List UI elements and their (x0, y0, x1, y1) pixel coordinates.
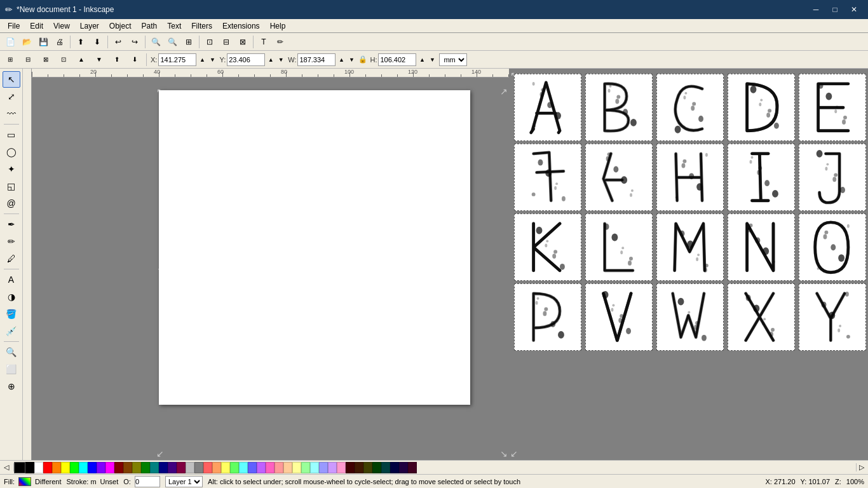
select-all-button[interactable]: ⊞ (3, 53, 18, 67)
node-button[interactable]: ⊡ (202, 35, 217, 49)
unit-select[interactable]: mm px cm (439, 53, 467, 66)
color-swatch-41[interactable] (390, 462, 399, 473)
connector-tool-button[interactable]: ⊕ (3, 378, 20, 395)
color-swatch-17[interactable] (177, 462, 186, 473)
bucket-tool-button[interactable]: 🪣 (3, 306, 20, 322)
sprite-panel[interactable]: ↖ ↙ ↕ (509, 69, 868, 460)
color-swatch-30[interactable] (292, 462, 301, 473)
color-swatch-25[interactable] (248, 462, 257, 473)
raise-button[interactable]: ▲ (74, 53, 89, 67)
sprite-cell-18[interactable] (728, 283, 795, 351)
open-button[interactable]: 📂 (19, 35, 34, 49)
color-swatch-black[interactable] (14, 462, 25, 473)
menu-object[interactable]: Object (104, 20, 137, 32)
zoom-fit-button[interactable]: ⊞ (181, 35, 196, 49)
sprite-cell-3[interactable] (728, 74, 795, 141)
undo-button[interactable]: ↩ (111, 35, 126, 49)
deselect-button[interactable]: ⊟ (20, 53, 36, 67)
ellipse-tool-button[interactable]: ◯ (3, 144, 20, 160)
color-swatch-20[interactable] (203, 462, 212, 473)
sprite-cell-9[interactable] (799, 144, 866, 211)
sprite-cell-16[interactable] (585, 283, 653, 351)
color-swatch-5[interactable] (70, 462, 79, 473)
color-swatch-23[interactable] (230, 462, 239, 473)
sprite-cell-13[interactable] (728, 214, 795, 281)
w-down-button[interactable]: ▼ (347, 53, 356, 67)
xml-button[interactable]: ⊠ (235, 35, 250, 49)
color-swatch-16[interactable] (168, 462, 177, 473)
color-swatch-2[interactable] (43, 462, 52, 473)
save-button[interactable]: 💾 (36, 35, 51, 49)
x-up-button[interactable]: ▲ (198, 53, 207, 67)
zoom-out-button[interactable]: 🔍 (165, 35, 180, 49)
raise-top-button[interactable]: ⬆ (109, 53, 125, 67)
color-bar-arrow-left[interactable]: ◁ (4, 463, 9, 471)
lower-button[interactable]: ▼ (92, 53, 107, 67)
color-swatch-10[interactable] (114, 462, 123, 473)
color-swatch-29[interactable] (283, 462, 292, 473)
color-swatch-21[interactable] (212, 462, 221, 473)
color-bar-arrow-right[interactable]: ▷ (859, 463, 864, 471)
menu-text[interactable]: Text (162, 20, 186, 32)
color-swatch-18[interactable] (186, 462, 194, 473)
sprite-cell-15[interactable] (514, 283, 581, 351)
y-up-button[interactable]: ▲ (266, 53, 275, 67)
drawing-canvas[interactable] (159, 90, 470, 405)
color-swatch-19[interactable] (194, 462, 203, 473)
color-swatch-32[interactable] (310, 462, 319, 473)
sprite-cell-10[interactable] (514, 214, 581, 281)
menu-file[interactable]: File (3, 20, 25, 32)
h-up-button[interactable]: ▲ (417, 53, 426, 67)
sprite-cell-5[interactable] (514, 144, 581, 211)
sprite-cell-2[interactable] (656, 74, 724, 141)
color-swatch-36[interactable] (346, 462, 355, 473)
color-swatch-39[interactable] (372, 462, 381, 473)
close-button[interactable]: ✕ (845, 3, 863, 16)
menu-help[interactable]: Help (265, 20, 291, 32)
new-button[interactable]: 📄 (3, 35, 18, 49)
layer-select[interactable]: Layer 1 (165, 476, 203, 487)
color-swatch-35[interactable] (337, 462, 346, 473)
color-swatch-38[interactable] (363, 462, 372, 473)
menu-view[interactable]: View (48, 20, 75, 32)
color-swatch-22[interactable] (221, 462, 230, 473)
print-button[interactable]: 🖨 (52, 35, 67, 49)
eyedropper-button[interactable]: 💉 (3, 323, 20, 339)
group-button[interactable]: ⊠ (38, 53, 53, 67)
sprite-cell-19[interactable] (799, 283, 866, 351)
align-button[interactable]: ⊟ (219, 35, 234, 49)
sprite-cell-7[interactable] (656, 144, 724, 211)
h-input[interactable] (378, 53, 416, 66)
import-button[interactable]: ⬆ (73, 35, 88, 49)
color-swatch-28[interactable] (275, 462, 283, 473)
star-tool-button[interactable]: ✦ (3, 161, 20, 177)
color-swatch-14[interactable] (150, 462, 159, 473)
y-input[interactable] (227, 53, 265, 66)
lower-bottom-button[interactable]: ⬇ (127, 53, 142, 67)
sprite-cell-14[interactable] (799, 214, 866, 281)
h-down-button[interactable]: ▼ (428, 53, 437, 67)
calligraphy-tool-button[interactable]: 🖊 (3, 250, 20, 267)
text-tool-tb[interactable]: T (256, 35, 271, 49)
color-swatch-31[interactable] (301, 462, 310, 473)
color-swatch-11[interactable] (123, 462, 132, 473)
color-swatch-9[interactable] (105, 462, 114, 473)
sprite-cell-6[interactable] (585, 144, 653, 211)
menu-filters[interactable]: Filters (186, 20, 217, 32)
w-input[interactable] (297, 53, 336, 66)
color-swatch-6[interactable] (79, 462, 88, 473)
color-swatch-33[interactable] (319, 462, 328, 473)
menu-path[interactable]: Path (137, 20, 163, 32)
y-down-button[interactable]: ▼ (276, 53, 285, 67)
path-tool-tb[interactable]: ✏ (273, 35, 288, 49)
text-tool-button[interactable]: A (3, 271, 20, 288)
color-swatch-3[interactable] (52, 462, 61, 473)
sprite-cell-1[interactable] (585, 74, 653, 141)
color-swatch-1[interactable] (34, 462, 43, 473)
menu-edit[interactable]: Edit (25, 20, 48, 32)
color-swatch-26[interactable] (257, 462, 266, 473)
color-swatch-13[interactable] (141, 462, 150, 473)
sprite-cell-11[interactable] (585, 214, 653, 281)
maximize-button[interactable]: □ (826, 3, 844, 16)
color-swatch-4[interactable] (61, 462, 70, 473)
